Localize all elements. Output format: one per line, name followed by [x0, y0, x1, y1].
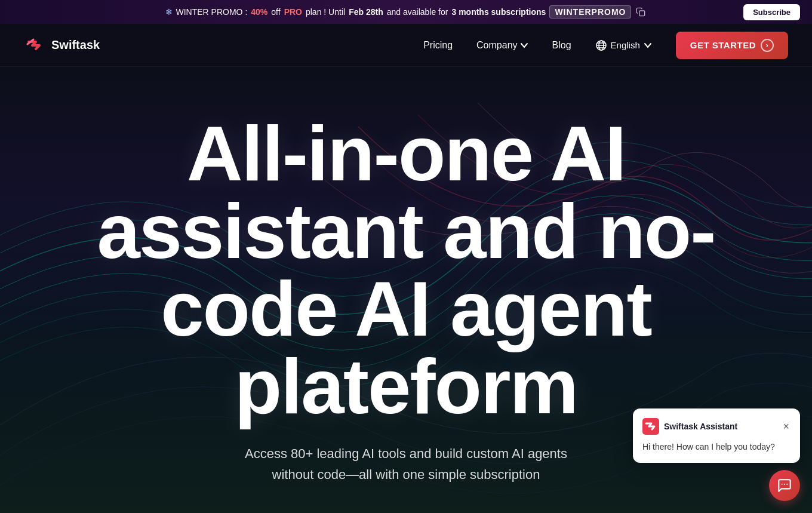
announcement-availability: and available for — [387, 7, 448, 17]
hero-title: All-in-one AI assistant and no- code AI … — [97, 115, 715, 425]
chat-popup: Swiftask Assistant × Hi there! How can I… — [633, 408, 800, 463]
logo-icon — [24, 35, 45, 56]
announcement-off: off — [271, 7, 280, 17]
chat-message: Hi there! How can I help you today? — [642, 441, 791, 453]
hero-content: All-in-one AI assistant and no- code AI … — [97, 115, 715, 485]
logo-text: Swiftask — [51, 38, 100, 52]
lang-chevron-icon — [644, 41, 652, 50]
language-label: English — [611, 40, 640, 50]
chat-fab-button[interactable] — [769, 470, 800, 501]
hero-subtitle: Access 80+ leading AI tools and build cu… — [227, 443, 585, 485]
announcement-plan-text: plan ! Until — [306, 7, 345, 17]
svg-point-9 — [784, 484, 785, 485]
announcement-prefix: WINTER PROMO : — [176, 7, 248, 17]
chat-popup-header: Swiftask Assistant × — [642, 418, 791, 435]
nav-company[interactable]: Company — [476, 40, 528, 51]
chat-widget: Swiftask Assistant × Hi there! How can I… — [633, 408, 800, 501]
chat-title-area: Swiftask Assistant — [642, 418, 737, 435]
nav-blog[interactable]: Blog — [552, 40, 571, 51]
chevron-down-icon — [520, 41, 528, 50]
chat-fab-icon — [777, 478, 792, 493]
logo[interactable]: Swiftask — [24, 35, 100, 56]
copy-icon[interactable] — [635, 6, 647, 18]
announcement-bar: ❄ WINTER PROMO : 40% off PRO plan ! Unti… — [0, 0, 812, 24]
announcement-date: Feb 28th — [349, 7, 383, 17]
navbar: Swiftask Pricing Company Blog English — [0, 24, 812, 67]
svg-point-10 — [786, 484, 788, 485]
svg-rect-0 — [639, 11, 645, 16]
language-selector[interactable]: English — [595, 39, 652, 51]
nav-pricing[interactable]: Pricing — [423, 40, 453, 51]
arrow-circle-icon: › — [761, 39, 774, 52]
chat-logo-icon — [642, 418, 659, 435]
announcement-plan: PRO — [284, 7, 302, 17]
svg-point-8 — [782, 484, 783, 485]
announcement-discount: 40% — [251, 7, 267, 17]
promo-code-badge: WINTERPROMO — [549, 5, 631, 19]
chat-assistant-name: Swiftask Assistant — [664, 422, 737, 431]
nav-links: Pricing Company Blog English GE — [423, 32, 788, 59]
get-started-button[interactable]: GET STARTED › — [676, 32, 788, 59]
subscribe-button[interactable]: Subscribe — [743, 4, 800, 20]
chat-close-button[interactable]: × — [782, 420, 791, 433]
snowflake-icon: ❄ — [165, 7, 173, 17]
globe-icon — [595, 39, 607, 51]
announcement-months: 3 months subscriptions — [451, 7, 546, 17]
